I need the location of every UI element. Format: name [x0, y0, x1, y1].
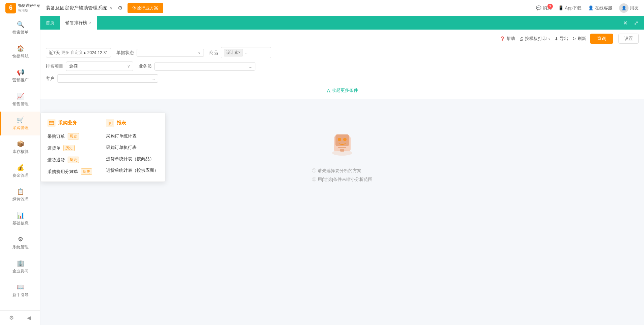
product-label: 商品 — [209, 50, 218, 56]
dropdown-item-po-stats[interactable]: 采购订单统计表 — [99, 130, 165, 142]
salesperson-label: 业务员 — [139, 63, 152, 69]
app-label: App下载 — [565, 5, 581, 11]
tab-home[interactable]: 首页 — [40, 16, 60, 30]
sidebar-item-sales[interactable]: 📈 销售管理 — [0, 88, 40, 112]
tab-close-icon[interactable]: × — [89, 21, 92, 25]
tab-sales-ranking[interactable]: 销售排行榜 × — [60, 16, 97, 30]
print-label: 按模板打印 — [525, 36, 547, 42]
date-more[interactable]: 更多 — [61, 50, 69, 55]
product-dots[interactable]: ... — [245, 50, 249, 55]
industry-btn[interactable]: 体验行业方案 — [128, 3, 163, 13]
product-filter: 商品 设计素× ... — [209, 47, 271, 58]
purchase-return-label: 进货退货 — [47, 157, 65, 163]
top-header: 6 畅捷通好生意 标准版 装备及固定资产辅助管理系统 ∨ ⚙ 体验行业方案 💬 … — [0, 0, 644, 16]
sidebar-item-system[interactable]: ⚙ 系统管理 — [0, 231, 40, 255]
inventory-icon: 📦 — [17, 140, 24, 148]
dropdown-item-receipt-stats-supplier[interactable]: 进货单统计表（按供应商） — [99, 165, 165, 176]
sidebar-settings-icon[interactable]: ⚙ — [9, 315, 14, 321]
date-range-filter: 近7天 更多 自定义 ▸ 2024-12-31 — [46, 48, 111, 57]
dropdown-item-purchase-receipt[interactable]: 进货单 历史 — [41, 142, 99, 154]
sidebar-item-enterprise[interactable]: 🏢 企业协同 — [0, 255, 40, 279]
query-btn[interactable]: 查询 — [590, 34, 613, 44]
purchase-return-history-tag: 历史 — [68, 157, 79, 163]
refresh-btn[interactable]: ↻ 刷新 — [572, 36, 586, 42]
collapse-label: 收起更多条件 — [332, 87, 358, 93]
purchase-col: 采购业务 采购订单 历史 进货单 历史 进货退货 历史 — [41, 113, 99, 181]
app-download-btn[interactable]: 📱 App下载 — [558, 5, 581, 11]
marketing-icon: 📢 — [17, 69, 24, 76]
print-arrow-icon: ∨ — [548, 37, 550, 41]
service-label: 在线客服 — [595, 5, 612, 11]
system-arrow-icon[interactable]: ∨ — [110, 6, 113, 10]
sidebar-item-nav[interactable]: 🏠 快捷导航 — [0, 40, 40, 64]
report-col-header: 报表 — [99, 117, 165, 130]
help-btn[interactable]: ❓ 帮助 — [500, 36, 515, 42]
settings-btn[interactable]: 设置 — [618, 34, 639, 44]
sidebar-item-inventory[interactable]: 📦 库存核算 — [0, 135, 40, 159]
customer-input[interactable]: ... — [57, 74, 158, 83]
sidebar-label-sales: 销售管理 — [12, 101, 29, 107]
receipt-stats-supplier-label: 进货单统计表（按供应商） — [106, 167, 158, 173]
customer-dots[interactable]: ... — [151, 76, 155, 81]
logo-text: 畅捷通好生意 — [18, 3, 40, 8]
sidebar-label-marketing: 营销推广 — [12, 77, 29, 83]
phone-icon: 📱 — [558, 5, 564, 10]
sidebar-label-search: 搜索菜单 — [12, 30, 29, 35]
window-maximize-icon[interactable]: ⤢ — [632, 19, 640, 27]
report-col-title: 报表 — [117, 120, 126, 126]
doc-status-input[interactable]: ∨ — [137, 49, 204, 57]
rank-input[interactable]: 金额 ∨ — [66, 62, 133, 71]
sidebar-label-nav: 快捷导航 — [12, 53, 29, 59]
sidebar-item-search[interactable]: 🔍 搜索菜单 — [0, 16, 40, 40]
date-custom[interactable]: 自定义 — [71, 50, 83, 55]
sidebar-item-marketing[interactable]: 📢 营销推广 — [0, 64, 40, 88]
sidebar-item-finance[interactable]: 💰 资金管理 — [0, 159, 40, 183]
header-right: 💬 消息 9 📱 App下载 👤 在线客服 👤 用友 — [536, 3, 639, 13]
sidebar: 🔍 搜索菜单 🏠 快捷导航 📢 营销推广 📈 销售管理 🛒 采购管理 📦 库存核… — [0, 16, 40, 325]
dropdown-item-po-exec[interactable]: 采购订单执行表 — [99, 142, 165, 153]
user-btn[interactable]: 👤 用友 — [619, 3, 639, 13]
export-label: 导出 — [560, 36, 568, 42]
empty-tips: 请先选择要分析的方案 用[过滤]条件来缩小分析范围 — [312, 166, 372, 184]
rank-arrow: ∨ — [127, 64, 130, 69]
dropdown-item-purchase-expense[interactable]: 采购费用分摊单 历史 — [41, 166, 99, 177]
dropdown-item-purchase-order[interactable]: 采购订单 历史 — [41, 130, 99, 142]
empty-tip-1: 请先选择要分析的方案 — [312, 166, 372, 175]
filter-row-3: 客户 ... — [46, 74, 639, 83]
rank-label: 排名项目 — [46, 63, 63, 69]
print-btn[interactable]: 🖨 按模板打印 ∨ — [519, 36, 550, 42]
product-input[interactable]: 设计素× ... — [221, 47, 271, 58]
sidebar-item-operation[interactable]: 📋 经营管理 — [0, 183, 40, 207]
purchase-receipt-label: 进货单 — [47, 145, 61, 151]
logo-badge: 标准版 — [18, 8, 40, 13]
po-stats-label: 采购订单统计表 — [106, 133, 137, 139]
basic-icon: 📊 — [17, 212, 24, 219]
window-close-icon[interactable]: ✕ — [621, 19, 629, 27]
date-range-input[interactable]: 近7天 更多 自定义 ▸ 2024-12-31 — [46, 48, 111, 57]
message-btn[interactable]: 💬 消息 9 — [536, 5, 551, 11]
sidebar-label-guide: 新手引导 — [12, 292, 29, 298]
salesperson-dots[interactable]: ... — [249, 64, 252, 69]
user-label: 用友 — [630, 5, 639, 11]
customer-filter: 客户 ... — [46, 74, 158, 83]
dropdown-item-receipt-stats-product[interactable]: 进货单统计表（按商品） — [99, 153, 165, 165]
system-title-area: 装备及固定资产辅助管理系统 ∨ ⚙ 体验行业方案 — [46, 3, 536, 13]
report-col: 报表 采购订单统计表 采购订单执行表 进货单统计表（按商品） 进货单统计表（按供 — [99, 113, 165, 181]
sales-icon: 📈 — [17, 92, 24, 100]
sidebar-item-guide[interactable]: 📖 新手引导 — [0, 279, 40, 302]
sidebar-collapse-icon[interactable]: ◀ — [27, 315, 31, 321]
sidebar-bottom: ⚙ ◀ — [0, 310, 40, 325]
service-icon: 👤 — [588, 5, 594, 10]
system-settings-icon[interactable]: ⚙ — [115, 3, 125, 13]
sidebar-item-basic[interactable]: 📊 基础信息 — [0, 207, 40, 231]
purchase-col-header: 采购业务 — [41, 117, 99, 130]
online-service-btn[interactable]: 👤 在线客服 — [588, 5, 612, 11]
export-btn[interactable]: ⬇ 导出 — [554, 36, 568, 42]
doc-status-arrow: ∨ — [198, 50, 201, 55]
sidebar-item-purchase[interactable]: 🛒 采购管理 — [0, 112, 40, 135]
salesperson-input[interactable]: ... — [154, 62, 255, 71]
collapse-btn[interactable]: ⋀ 收起更多条件 — [325, 86, 359, 95]
po-exec-label: 采购订单执行表 — [106, 145, 137, 151]
collapse-up-icon: ⋀ — [327, 88, 330, 93]
dropdown-item-purchase-return[interactable]: 进货退货 历史 — [41, 154, 99, 166]
